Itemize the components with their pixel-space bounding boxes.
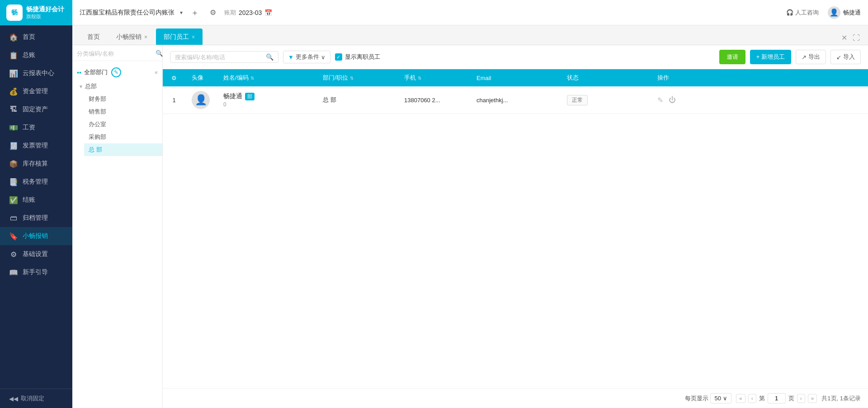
sidebar-item-tax[interactable]: 📑 税务管理 (0, 173, 72, 191)
inventory-icon: 📦 (9, 159, 18, 168)
content-area: 🔍 ▪▪ 全部部门 ✎ « ▼ 总部 财务部 销售部 (72, 45, 868, 408)
logo-title: 畅捷通好会计 (26, 5, 64, 13)
support-button[interactable]: 🎧 人工咨询 (786, 9, 819, 17)
company-dropdown-icon[interactable]: ▾ (180, 9, 183, 16)
dept-child-office[interactable]: 办公室 (84, 118, 162, 131)
dept-parent-zongbu[interactable]: ▼ 总部 (72, 80, 162, 93)
headset-icon: 🎧 (786, 9, 793, 16)
logo-sub: 旗舰版 (26, 13, 64, 20)
employee-search-box[interactable]: 🔍 (170, 51, 278, 63)
reports-icon: 📊 (9, 69, 18, 78)
sidebar-item-salary[interactable]: 💵 工资 (0, 119, 72, 137)
first-page-button[interactable]: « (736, 394, 745, 403)
col-phone[interactable]: 手机 ⇅ (398, 69, 470, 86)
sidebar-item-xiaochang[interactable]: 🔖 小畅报销 (0, 227, 72, 245)
employee-name: 畅捷通 (223, 92, 242, 100)
tab-home[interactable]: 首页 (80, 28, 108, 45)
search-icon[interactable]: 🔍 (266, 53, 274, 61)
logout-employee-button[interactable]: ⏻ (669, 96, 676, 104)
sidebar-item-label: 工资 (23, 123, 35, 132)
employee-search-input[interactable] (175, 54, 263, 61)
sidebar-item-ledger[interactable]: 📋 总账 (0, 46, 72, 64)
col-name[interactable]: 姓名/编码 ⇅ (217, 69, 316, 86)
sidebar-item-label: 云报表中心 (23, 69, 54, 77)
col-dept[interactable]: 部门/职位 ⇅ (316, 69, 398, 86)
show-resigned-toggle[interactable]: ✓ 显示离职员工 (335, 53, 380, 61)
tab-close-xiaochang[interactable]: × (144, 34, 147, 40)
sidebar-item-archive[interactable]: 🗃 归档管理 (0, 209, 72, 227)
sidebar-item-label: 固定资产 (23, 105, 48, 114)
sort-name-icon: ⇅ (250, 76, 254, 81)
user-menu[interactable]: 👤 畅捷通 (828, 6, 861, 19)
guide-icon: 📖 (9, 268, 18, 277)
dept-all-header[interactable]: ▪▪ 全部部门 ✎ « (72, 65, 162, 80)
period-label: 账期 (224, 9, 236, 17)
row-actions: ✎ ⏻ (651, 86, 868, 114)
sidebar-item-label: 库存核算 (23, 160, 48, 168)
invite-button[interactable]: 邀请 (719, 50, 745, 64)
sidebar-item-settle[interactable]: ✅ 结账 (0, 191, 72, 209)
add-company-button[interactable]: ＋ (188, 6, 202, 19)
settings-icon: ⚙ (171, 75, 177, 81)
employee-dept-badge: 部 (245, 93, 255, 100)
close-tab-button[interactable]: ✕ (840, 33, 848, 43)
settings-icon: ⚙ (9, 250, 18, 259)
row-no: 1 (163, 86, 185, 114)
topbar: 江西服宝精品有限责任公司内账张 ▾ ＋ ⚙ 账期 2023-03 📅 🎧 人工咨… (72, 0, 868, 25)
dept-child-purchase[interactable]: 采购部 (84, 131, 162, 143)
export-button[interactable]: ↗ 导出 (796, 50, 826, 64)
more-filter-button[interactable]: ▼ 更多条件 ∨ (283, 51, 330, 63)
last-page-button[interactable]: » (808, 394, 817, 403)
import-button[interactable]: ↙ 导入 (830, 50, 861, 64)
dept-child-sales[interactable]: 销售部 (84, 105, 162, 118)
dept-child-finance[interactable]: 财务部 (84, 93, 162, 105)
col-settings[interactable]: ⚙ (163, 69, 185, 86)
archive-icon: 🗃 (9, 213, 18, 223)
dept-edit-button[interactable]: ✎ (111, 67, 121, 77)
filter-chevron-icon: ∨ (321, 54, 326, 61)
tab-employees[interactable]: 部门员工 × (156, 28, 203, 45)
tab-xiaochang[interactable]: 小畅报销 × (108, 28, 155, 45)
show-resigned-checkbox[interactable]: ✓ (335, 53, 342, 61)
calendar-icon[interactable]: 📅 (264, 9, 272, 16)
next-page-button[interactable]: › (797, 394, 805, 403)
sidebar-item-reports[interactable]: 📊 云报表中心 (0, 64, 72, 82)
sidebar-item-invoice[interactable]: 🧾 发票管理 (0, 137, 72, 155)
row-dept: 总 部 (316, 86, 398, 114)
sidebar-item-assets[interactable]: 🏗 固定资产 (0, 100, 72, 119)
sidebar-item-label: 总账 (23, 51, 35, 59)
page-number-input[interactable] (768, 393, 786, 403)
logo-icon: 畅 (6, 5, 23, 21)
sidebar-item-home[interactable]: 🏠 首页 (0, 28, 72, 46)
topbar-settings-icon[interactable]: ⚙ (207, 7, 219, 18)
table-footer: 每页显示 50 ∨ « ‹ 第 页 › » 共1页, 1条记录 (163, 388, 868, 408)
total-records: 共1页, 1条记录 (821, 394, 861, 403)
add-employee-button[interactable]: + 新增员工 (750, 50, 791, 64)
action-buttons: ✎ ⏻ (657, 96, 862, 104)
prev-page-button[interactable]: ‹ (748, 394, 756, 403)
sidebar-item-inventory[interactable]: 📦 库存核算 (0, 155, 72, 173)
tab-close-employees[interactable]: × (192, 34, 195, 40)
per-page-dropdown[interactable]: 50 ∨ (710, 393, 731, 403)
edit-employee-button[interactable]: ✎ (657, 96, 663, 104)
col-status: 状态 (561, 69, 651, 86)
maximize-tab-button[interactable]: ⛶ (852, 33, 861, 43)
page-suffix: 页 (788, 394, 794, 403)
dept-child-general[interactable]: 总 部 (84, 143, 162, 156)
sidebar-item-funds[interactable]: 💰 资金管理 (0, 82, 72, 100)
sidebar-item-guide[interactable]: 📖 新手引导 (0, 263, 72, 281)
dept-tree: ▪▪ 全部部门 ✎ « ▼ 总部 财务部 销售部 办公室 采购部 总 (72, 61, 162, 408)
dept-search-icon[interactable]: 🔍 (156, 50, 163, 57)
assets-icon: 🏗 (9, 105, 18, 114)
dept-search-input[interactable] (77, 50, 153, 57)
sidebar-item-settings[interactable]: ⚙ 基础设置 (0, 245, 72, 263)
sidebar: 畅 畅捷通好会计 旗舰版 🏠 首页 📋 总账 📊 云报表中心 💰 资金管理 🏗 … (0, 0, 72, 408)
xiaochang-icon: 🔖 (9, 232, 18, 241)
invoice-icon: 🧾 (9, 141, 18, 150)
dept-grid-icon: ▪▪ (77, 69, 81, 76)
unpin-button[interactable]: ◀◀ 取消固定 (0, 389, 72, 408)
unpin-icon: ◀◀ (9, 395, 18, 402)
table-row: 1 👤 畅捷通 部 0 总 部 (163, 86, 868, 114)
filter-label: 更多条件 (296, 53, 319, 61)
dept-collapse-icon[interactable]: « (155, 69, 158, 76)
